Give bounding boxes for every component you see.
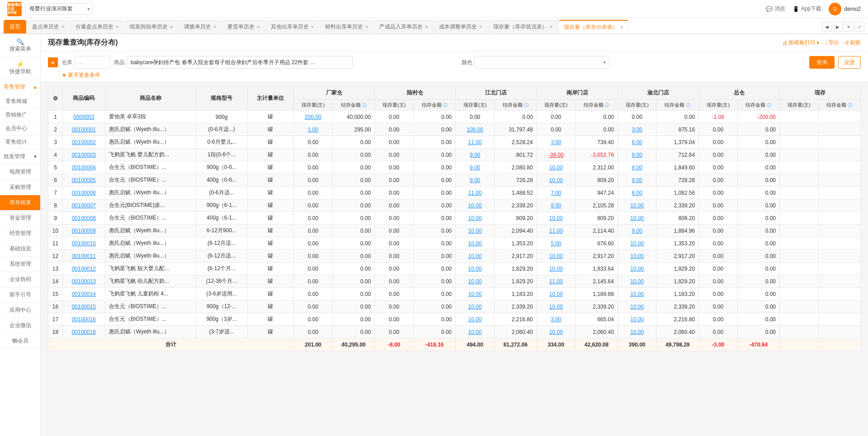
table-cell[interactable]: 0.00: [375, 123, 414, 136]
tab-transfer[interactable]: 调拨单历史✕: [179, 20, 222, 33]
table-cell[interactable]: 10.00: [456, 225, 495, 237]
table-cell[interactable]: 0000003: [63, 111, 105, 123]
table-cell[interactable]: 0.00: [294, 161, 333, 174]
tab-cost-adjust[interactable]: 成本调整单历史✕: [434, 20, 487, 33]
tab-stock-status[interactable]: 现存量（库存状况表）✕: [488, 20, 558, 33]
tab-other-out[interactable]: 其他出库单历史✕: [266, 20, 319, 33]
table-cell[interactable]: 10.00: [456, 263, 495, 275]
message-btn[interactable]: 💬 消息: [766, 5, 785, 13]
table-cell[interactable]: 0.00: [375, 149, 414, 161]
sidebar-item-guide[interactable]: 新手引导: [0, 287, 40, 303]
expand-more-btn[interactable]: ▼ 展开更多条件: [61, 71, 100, 79]
table-cell[interactable]: 00100005: [63, 174, 105, 187]
tab-close-all-btn[interactable]: ✕: [844, 22, 854, 32]
table-cell[interactable]: 10.00: [537, 326, 576, 338]
sidebar-item-retail[interactable]: 零售管理 ▲: [0, 80, 40, 95]
table-cell[interactable]: 0.00: [375, 174, 414, 187]
color-input[interactable]: ▾: [474, 56, 610, 69]
table-cell[interactable]: 00100008: [63, 212, 105, 225]
table-cell[interactable]: 0.00: [375, 326, 414, 338]
table-cell[interactable]: 10.00: [456, 300, 495, 313]
table-cell[interactable]: 109.00: [456, 123, 495, 136]
table-cell[interactable]: 10.00: [456, 326, 495, 338]
table-cell[interactable]: 10.00: [456, 288, 495, 300]
table-cell[interactable]: 10.00: [537, 300, 576, 313]
table-cell[interactable]: -39.00: [537, 149, 576, 161]
close-icon[interactable]: ✕: [311, 24, 314, 29]
print-btn[interactable]: 🖨 按模板打印 ▾: [782, 39, 819, 47]
table-cell[interactable]: 10.00: [618, 237, 656, 250]
table-cell[interactable]: 10.00: [537, 161, 576, 174]
table-cell[interactable]: 00100003: [63, 149, 105, 161]
sidebar-item-retail-shop[interactable]: 零售商城: [0, 95, 40, 108]
table-cell[interactable]: 0.00: [294, 326, 333, 338]
warehouse-input[interactable]: ...: [74, 56, 110, 69]
table-cell[interactable]: 10.00: [537, 250, 576, 263]
sidebar-item-ecommerce[interactable]: 电商管理: [0, 164, 40, 180]
table-cell[interactable]: 00100006: [63, 187, 105, 199]
table-cell[interactable]: 10.00: [456, 250, 495, 263]
table-cell[interactable]: 9.00: [456, 161, 495, 174]
table-cell[interactable]: 3.00: [537, 136, 576, 149]
table-cell[interactable]: 0.00: [375, 136, 414, 149]
table-cell[interactable]: 11.00: [537, 275, 576, 288]
sidebar-item-purchase[interactable]: 采购管理: [0, 180, 40, 195]
table-cell[interactable]: 9.00: [618, 174, 656, 187]
table-cell[interactable]: 00100009: [63, 225, 105, 237]
table-cell[interactable]: 11.00: [456, 187, 495, 199]
tab-prev-btn[interactable]: ◀: [822, 22, 832, 32]
table-cell[interactable]: 0.00: [375, 263, 414, 275]
table-cell[interactable]: 00100002: [63, 136, 105, 149]
table-cell[interactable]: 10.00: [618, 212, 656, 225]
table-cell[interactable]: 0.00: [294, 263, 333, 275]
sidebar-item-apps[interactable]: 应用中心: [0, 303, 40, 318]
th-settings[interactable]: ⚙: [48, 86, 63, 111]
table-cell[interactable]: 00100011: [63, 250, 105, 263]
table-cell[interactable]: 6.00: [618, 136, 656, 149]
tab-branch-count[interactable]: 分量盘点单历史✕: [71, 20, 124, 33]
refresh-btn[interactable]: ↺ 刷新: [844, 39, 861, 47]
table-cell[interactable]: 0.00: [618, 111, 656, 123]
table-cell[interactable]: 7.00: [537, 187, 576, 199]
table-cell[interactable]: 11.00: [456, 136, 495, 149]
tab-stock-dist[interactable]: 现存量（库存分布表）✕: [559, 20, 628, 33]
table-cell[interactable]: 10.00: [456, 275, 495, 288]
sidebar-item-basic[interactable]: 基础信息: [0, 241, 40, 257]
sidebar-item-inventory[interactable]: 库存核算: [0, 195, 40, 211]
table-cell[interactable]: 0.00: [375, 313, 414, 326]
table-cell[interactable]: 00100004: [63, 161, 105, 174]
table-cell[interactable]: 9.00: [456, 149, 495, 161]
table-cell[interactable]: 5.00: [537, 237, 576, 250]
tab-next-btn[interactable]: ▶: [833, 22, 843, 32]
sidebar-item-member[interactable]: 会员中心: [0, 122, 40, 136]
table-cell[interactable]: 10.00: [456, 313, 495, 326]
table-cell[interactable]: 10.00: [618, 275, 656, 288]
sidebar-item-member2[interactable]: 畅会员: [0, 333, 40, 349]
table-cell[interactable]: 00100013: [63, 275, 105, 288]
table-cell[interactable]: 0.00: [294, 136, 333, 149]
table-cell[interactable]: 0.00: [375, 225, 414, 237]
table-cell[interactable]: 0.00: [294, 199, 333, 212]
table-cell[interactable]: 8.00: [618, 149, 656, 161]
tab-assembly[interactable]: 组装拆卸单历史✕: [125, 20, 178, 33]
industry-dropdown[interactable]: 母婴行业演示陈套 ▾: [25, 3, 93, 15]
table-cell[interactable]: 0.00: [294, 225, 333, 237]
sidebar-item-operations[interactable]: 经营管理: [0, 226, 40, 241]
sidebar-item-marketing[interactable]: 营销推广: [0, 108, 40, 122]
table-cell[interactable]: 0.00: [375, 111, 414, 123]
tab-product-in[interactable]: 产成品入库单历史✕: [374, 20, 433, 33]
close-icon[interactable]: ✕: [213, 24, 217, 29]
close-icon[interactable]: ✕: [256, 24, 260, 29]
app-download-btn[interactable]: 📱 App下载: [793, 5, 821, 13]
table-cell[interactable]: 0.00: [294, 313, 333, 326]
close-icon[interactable]: ✕: [479, 24, 482, 29]
table-cell[interactable]: 3.00: [618, 123, 656, 136]
table-cell[interactable]: 10.00: [618, 313, 656, 326]
table-cell[interactable]: 9.00: [456, 174, 495, 187]
table-cell[interactable]: 200.00: [294, 111, 333, 123]
search-button[interactable]: 查询: [809, 56, 835, 69]
table-cell[interactable]: 10.00: [537, 212, 576, 225]
table-cell[interactable]: 0.00: [294, 288, 333, 300]
table-cell[interactable]: 9.00: [618, 225, 656, 237]
table-cell[interactable]: 10.00: [618, 326, 656, 338]
